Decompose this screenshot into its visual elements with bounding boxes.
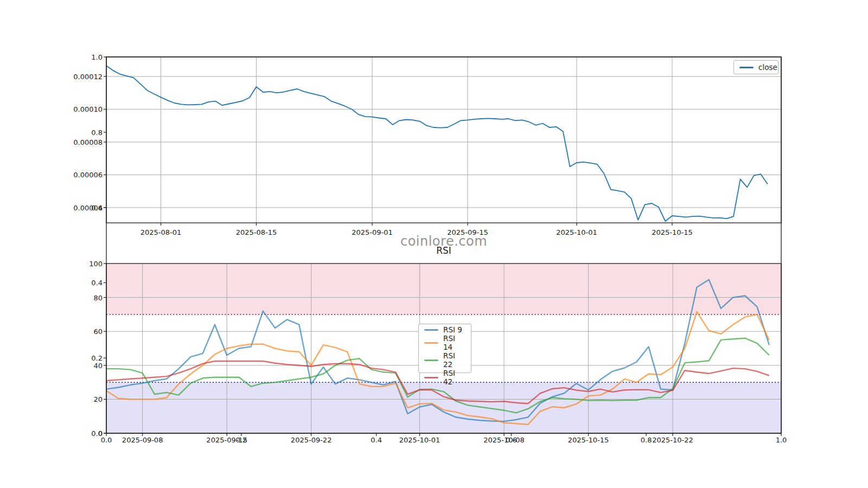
oversold-band: [106, 382, 781, 433]
rsi-x-tick-label: 2025-09-22: [291, 436, 332, 444]
price-x-tick-label: 2025-09-15: [447, 228, 488, 236]
rsi-x-tick-label: 2025-10-01: [399, 436, 441, 444]
legend-label-rsi9: RSI 9: [443, 325, 462, 334]
legend-row-rsi14: RSI 14: [424, 334, 465, 351]
price-x-tick-label: 2025-09-01: [352, 228, 393, 236]
legend-label-rsi14: RSI 14: [443, 334, 465, 351]
overbought-band: [106, 264, 781, 314]
rsi-y-tick-label: 80: [93, 293, 103, 301]
overlay-y-tick-label: 0.0: [91, 429, 103, 438]
close-line-swatch: [739, 67, 754, 68]
rsi-y-tick-label: 60: [93, 328, 103, 336]
legend-row-rsi22: RSI 22: [424, 351, 465, 369]
legend-row-rsi42: RSI 42: [424, 369, 465, 386]
overlay-x-tick-label: 0.6: [506, 436, 517, 444]
price-x-tick-label: 2025-08-15: [236, 228, 277, 236]
price-legend: close: [733, 60, 778, 74]
rsi22-line-swatch: [424, 359, 438, 361]
rsi-x-tick-label: 2025-10-15: [568, 436, 609, 444]
legend-label-close: close: [758, 63, 777, 72]
overlay-y-tick-label: 0.2: [91, 354, 103, 362]
price-y-tick-label: 0.00012: [73, 72, 103, 80]
rsi-x-tick-label: 2025-09-08: [122, 436, 163, 444]
overlay-y-tick-label: 0.4: [91, 279, 103, 287]
price-axes-frame: [106, 57, 781, 223]
overlay-x-tick-label: 0.8: [641, 436, 652, 444]
legend-row-rsi9: RSI 9: [424, 325, 465, 334]
overlay-x-tick-label: 0.4: [371, 436, 382, 444]
legend-label-rsi22: RSI 22: [443, 351, 465, 369]
price-y-tick-label: 0.00010: [73, 105, 103, 113]
rsi14-line-swatch: [424, 342, 438, 344]
price-y-tick-label: 0.00008: [73, 138, 103, 146]
rsi-y-tick-label: 100: [89, 260, 103, 268]
close-line: [106, 66, 768, 221]
overlay-x-tick-label: 0.2: [235, 436, 247, 444]
price-x-tick-label: 2025-08-01: [141, 228, 182, 236]
rsi42-line-swatch: [424, 377, 438, 378]
overlay-x-tick-label: 1.0: [776, 436, 787, 444]
rsi9-line-swatch: [424, 329, 438, 331]
overlay-y-tick-label: 0.8: [91, 128, 103, 136]
legend-label-rsi42: RSI 42: [443, 369, 465, 386]
figure: coinlore.com RSI close RSI 9 RSI 14 RSI …: [0, 0, 868, 488]
price-x-tick-label: 2025-10-15: [652, 228, 693, 236]
rsi-chart-title: RSI: [436, 245, 451, 256]
rsi-x-tick-label: 2025-10-08: [483, 436, 525, 444]
price-x-tick-label: 2025-10-01: [556, 228, 597, 236]
rsi-y-tick-label: 20: [93, 395, 103, 403]
overlay-y-tick-label: 1.0: [91, 53, 103, 61]
rsi-y-tick-label: 40: [93, 361, 103, 369]
price-y-tick-label: 0.00006: [73, 171, 103, 179]
rsi-x-tick-label: 2025-10-22: [652, 436, 693, 444]
rsi-legend: RSI 9 RSI 14 RSI 22 RSI 42: [418, 324, 471, 373]
overlay-y-tick-label: 0.6: [91, 203, 103, 211]
legend-row-close: close: [739, 63, 773, 72]
